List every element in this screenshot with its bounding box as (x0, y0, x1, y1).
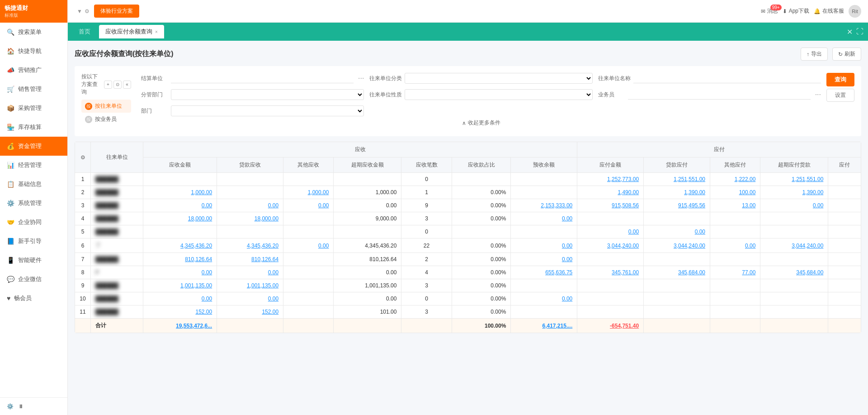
table-cell[interactable] (511, 225, 577, 239)
user-menu[interactable]: Rit (849, 5, 861, 18)
table-cell[interactable] (760, 305, 828, 319)
salesperson-dots[interactable]: ··· (815, 91, 821, 99)
scheme-prev-btn[interactable]: « (123, 81, 131, 89)
table-cell[interactable]: 18,000.00 (143, 212, 217, 225)
table-cell[interactable] (760, 279, 828, 292)
table-cell[interactable] (283, 173, 334, 186)
table-cell[interactable]: 0.00 (217, 266, 283, 279)
table-cell[interactable] (283, 253, 334, 266)
table-cell[interactable]: 1,001,135.00 (217, 279, 283, 292)
table-cell[interactable] (577, 212, 644, 225)
table-cell[interactable]: 1,251,551.00 (760, 173, 828, 186)
table-cell[interactable]: 3,044,240.00 (577, 239, 644, 253)
table-cell[interactable]: 1,390.00 (760, 186, 828, 199)
footer-ar-prepaid[interactable]: 6,417,215.... (511, 319, 577, 333)
table-cell[interactable] (283, 225, 334, 239)
table-cell[interactable]: 915,495.56 (644, 199, 710, 212)
table-cell[interactable]: 0.00 (511, 253, 577, 266)
table-cell[interactable] (760, 212, 828, 225)
table-cell[interactable]: 1,251,551.00 (644, 173, 710, 186)
message-btn[interactable]: ✉ 消息 99+ (761, 7, 778, 15)
table-cell[interactable] (644, 279, 710, 292)
table-cell[interactable] (511, 305, 577, 319)
table-cell[interactable] (710, 225, 760, 239)
sidebar-item-wechat[interactable]: 💬 企业微信 (0, 270, 67, 289)
online-service-btn[interactable]: 🔔 在线客服 (814, 7, 844, 15)
table-cell[interactable]: 345,684.00 (644, 266, 710, 279)
tab-home[interactable]: 首页 (72, 25, 97, 38)
collapse-btn[interactable]: ∧ 收起更多条件 (141, 116, 821, 129)
sidebar-item-operation[interactable]: 📊 经营管理 (0, 156, 67, 175)
salesperson-input[interactable] (628, 90, 811, 100)
table-cell[interactable] (511, 279, 577, 292)
table-cell[interactable] (511, 186, 577, 199)
table-cell[interactable]: 0.00 (760, 199, 828, 212)
table-cell[interactable] (710, 305, 760, 319)
table-cell[interactable]: 2,153,333.00 (511, 199, 577, 212)
table-cell[interactable]: 0.00 (511, 212, 577, 225)
table-cell[interactable]: 77.00 (710, 266, 760, 279)
table-cell[interactable]: 810,126.64 (143, 253, 217, 266)
settlement-dots[interactable]: ··· (358, 74, 364, 82)
sidebar-item-inventory[interactable]: 🏪 库存核算 (0, 118, 67, 137)
table-cell[interactable] (644, 253, 710, 266)
table-cell[interactable]: 1,222.00 (710, 173, 760, 186)
table-cell[interactable] (143, 225, 217, 239)
table-cell[interactable] (644, 212, 710, 225)
table-cell[interactable] (760, 225, 828, 239)
table-cell[interactable] (217, 186, 283, 199)
table-cell[interactable]: 152.00 (143, 305, 217, 319)
scheme-item-by-partner[interactable]: 按 按往来单位 (81, 100, 131, 113)
tab-close-button[interactable]: × (155, 29, 158, 34)
sidebar-item-search[interactable]: 🔍 搜索菜单 (0, 23, 67, 42)
topbar-gear-icon[interactable]: ⚙ (85, 8, 90, 14)
table-cell[interactable] (283, 305, 334, 319)
dept-select[interactable] (171, 105, 364, 116)
table-cell[interactable]: 655,636.75 (511, 266, 577, 279)
trial-button[interactable]: 体验行业方案 (94, 5, 139, 18)
table-cell[interactable]: 3,044,240.00 (644, 239, 710, 253)
sidebar-item-system[interactable]: ⚙️ 系统管理 (0, 194, 67, 213)
table-cell[interactable]: 18,000.00 (217, 212, 283, 225)
table-cell[interactable]: 1,001,135.00 (143, 279, 217, 292)
scheme-edit-btn[interactable]: ⊙ (113, 81, 122, 89)
sidebar-item-hardware[interactable]: 📱 智能硬件 (0, 251, 67, 270)
partner-name-input[interactable] (633, 74, 821, 83)
dept-manager-select[interactable] (171, 89, 364, 100)
table-cell[interactable]: 0.00 (217, 292, 283, 305)
table-cell[interactable] (644, 305, 710, 319)
table-cell[interactable]: 13.00 (710, 199, 760, 212)
sidebar-item-basic[interactable]: 📋 基础信息 (0, 175, 67, 194)
table-cell[interactable]: 0.00 (283, 239, 334, 253)
sidebar-item-collab[interactable]: 🤝 企业协同 (0, 213, 67, 232)
table-cell[interactable]: 1,390.00 (644, 186, 710, 199)
sidebar-item-sales[interactable]: 🛒 销售管理 (0, 80, 67, 99)
topbar-dropdown-icon[interactable]: ▼ (77, 8, 82, 14)
table-cell[interactable] (283, 292, 334, 305)
table-cell[interactable]: 345,684.00 (760, 266, 828, 279)
partner-category-select[interactable] (405, 73, 592, 84)
table-cell[interactable] (760, 253, 828, 266)
table-cell[interactable]: 4,345,436.20 (143, 239, 217, 253)
table-cell[interactable] (710, 212, 760, 225)
table-cell[interactable]: 0.00 (143, 292, 217, 305)
table-cell[interactable]: 810,126.64 (217, 253, 283, 266)
table-cell[interactable]: 0.00 (511, 292, 577, 305)
table-cell[interactable] (577, 305, 644, 319)
table-cell[interactable] (283, 266, 334, 279)
table-cell[interactable]: 1,252,773.00 (577, 173, 644, 186)
table-settings-icon[interactable]: ⚙ (80, 154, 85, 161)
table-cell[interactable]: 0.00 (217, 199, 283, 212)
table-cell[interactable] (143, 173, 217, 186)
scheme-item-by-salesperson[interactable]: 按 按业务员 (81, 113, 131, 126)
collapse-icon[interactable]: ⏸ (18, 403, 24, 410)
table-cell[interactable] (283, 279, 334, 292)
table-cell[interactable]: 0.00 (710, 239, 760, 253)
scheme-add-btn[interactable]: + (104, 81, 112, 89)
table-cell[interactable]: 4,345,436.20 (217, 239, 283, 253)
sidebar-item-finance[interactable]: 💰 资金管理 (0, 137, 67, 156)
tab-close-all-icon[interactable]: ✕ (847, 28, 853, 36)
query-button[interactable]: 查询 (826, 73, 854, 86)
sidebar-item-marketing[interactable]: 📣 营销推广 (0, 61, 67, 80)
settlement-unit-input[interactable] (171, 74, 354, 83)
